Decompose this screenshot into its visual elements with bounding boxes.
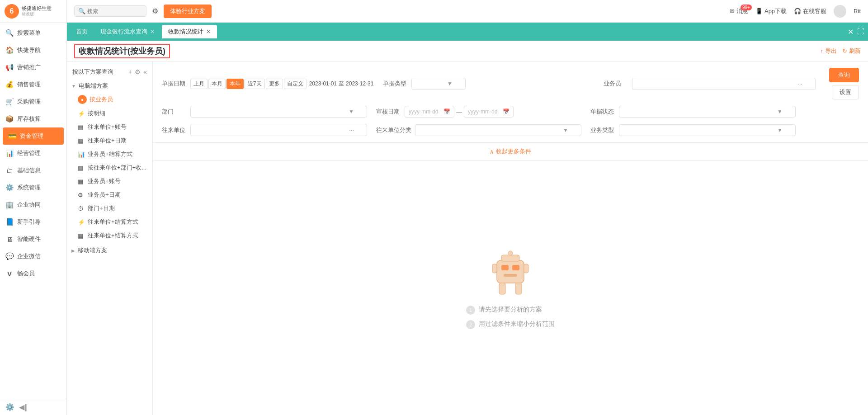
sidebar-item-search[interactable]: 🔍 搜索菜单 xyxy=(0,24,66,42)
business-type-select[interactable]: ▼ xyxy=(619,124,796,136)
scheme-item-partner-calc2[interactable]: ▦ 往来单位+结算方式 xyxy=(67,229,152,242)
tab-bank-flow[interactable]: 现金银行流水查询 ✕ xyxy=(94,25,161,38)
review-date-end-input[interactable]: yyyy-mm-dd 📅 xyxy=(464,106,514,118)
sidebar-item-beginner[interactable]: 📘 新手引导 xyxy=(0,213,66,231)
app-download-item[interactable]: 📱 App下载 xyxy=(755,7,787,15)
hardware-icon: 🖥 xyxy=(5,236,14,243)
sidebar-item-sales[interactable]: 💰 销售管理 xyxy=(0,76,66,93)
scheme-item-by-detail[interactable]: ⚡ 按明细 xyxy=(67,107,152,120)
scheme-item-salesperson-account[interactable]: ▦ 业务员+账号 xyxy=(67,174,152,188)
svg-rect-1 xyxy=(501,265,509,270)
salesperson-select[interactable]: ··· xyxy=(632,78,816,90)
scheme-add-icon[interactable]: + xyxy=(128,68,132,75)
status-select[interactable]: ▼ xyxy=(619,106,796,118)
scheme-item-icon: ▦ xyxy=(78,124,85,131)
sidebar-item-inventory[interactable]: 📦 库存核算 xyxy=(0,110,66,127)
trial-button[interactable]: 体验行业方案 xyxy=(164,5,212,18)
type-label: 单据类型 xyxy=(383,80,408,88)
header-left: 🔍 ⚙ 体验行业方案 xyxy=(74,5,212,18)
date-btn-more[interactable]: 更多 xyxy=(266,79,283,89)
beginner-icon: 📘 xyxy=(5,218,14,226)
refresh-icon: ↻ xyxy=(842,47,847,54)
enterprise-icon: 🏢 xyxy=(5,201,14,209)
date-btn-last7[interactable]: 近7天 xyxy=(245,79,265,89)
partner-select[interactable]: ··· xyxy=(190,124,367,136)
scheme-group-desktop-title[interactable]: ▼ 电脑端方案 xyxy=(67,80,152,92)
content-area: 按以下方案查询 + ⚙ « ▼ 电脑端方案 ● 按业务员 ⚡ xyxy=(67,61,868,415)
svg-point-9 xyxy=(508,251,513,255)
sidebar-logo: 6 畅捷通好生意 标准版 xyxy=(0,0,66,23)
scheme-item-label: 部门+日期 xyxy=(88,204,115,212)
tab-expand-icon[interactable]: ✕ xyxy=(848,28,854,36)
review-date-end-placeholder: yyyy-mm-dd xyxy=(468,108,497,115)
message-item[interactable]: ✉ 消息 99+ xyxy=(730,7,748,15)
sidebar-settings-icon[interactable]: ⚙️ xyxy=(5,403,14,411)
scheme-item-partner-dept[interactable]: ▦ 按往来单位+部门+收... xyxy=(67,161,152,174)
review-date-start-input[interactable]: yyyy-mm-dd 📅 xyxy=(405,106,454,118)
operations-icon: 📊 xyxy=(5,149,14,157)
scheme-settings-icon[interactable]: ⚙ xyxy=(135,68,141,75)
purchase-icon: 🛒 xyxy=(5,98,14,106)
avatar[interactable] xyxy=(834,5,846,18)
tab-receipt-stats[interactable]: 收款情况统计 ✕ xyxy=(162,25,217,38)
dept-select[interactable]: ▼ xyxy=(190,106,367,118)
setting-button[interactable]: 设置 xyxy=(832,85,859,99)
scheme-item-salesperson-calc[interactable]: 📊 业务员+结算方式 xyxy=(67,147,152,161)
sidebar-item-hardware[interactable]: 🖥 智能硬件 xyxy=(0,231,66,248)
message-badge: 99+ xyxy=(741,5,752,10)
tip-2: 2 用过滤条件来缩小分析范围 xyxy=(466,320,555,329)
support-icon: 🎧 xyxy=(794,8,801,14)
sidebar-item-member[interactable]: V 畅会员 xyxy=(0,265,66,282)
search-box[interactable]: 🔍 xyxy=(74,5,146,17)
tab-fullscreen-icon[interactable]: ⛶ xyxy=(857,28,864,36)
group-expand-arrow: ▼ xyxy=(71,84,76,89)
svg-rect-8 xyxy=(501,255,519,261)
date-control: 上月 本月 本年 近7天 更多 自定义 2023-01-01 至 2023-12… xyxy=(190,79,374,89)
partner-more-icon[interactable]: ··· xyxy=(349,127,354,133)
member-icon: V xyxy=(5,270,14,278)
sidebar-collapse-icon[interactable]: ◀‖ xyxy=(19,403,28,411)
date-btn-this-month[interactable]: 本月 xyxy=(208,79,226,89)
scheme-group-mobile-title[interactable]: ▶ 移动端方案 xyxy=(67,244,152,257)
sidebar-item-wechat[interactable]: 💬 企业微信 xyxy=(0,248,66,265)
date-btn-custom[interactable]: 自定义 xyxy=(284,79,307,89)
refresh-button[interactable]: ↻ 刷新 xyxy=(842,47,861,55)
collapse-text: 收起更多条件 xyxy=(496,147,531,156)
filter-actions: 查询 设置 xyxy=(829,68,859,99)
tab-close-bank-flow[interactable]: ✕ xyxy=(150,28,155,35)
settings-gear-icon[interactable]: ⚙ xyxy=(152,7,158,15)
scheme-item-partner-date[interactable]: ▦ 往来单位+日期 xyxy=(67,134,152,147)
filter-salesperson-item: 业务员 ··· xyxy=(604,78,816,90)
scheme-item-partner-calc1[interactable]: ⚡ 往来单位+结算方式 xyxy=(67,215,152,229)
scheme-item-label: 业务员+日期 xyxy=(88,191,121,199)
search-input[interactable] xyxy=(87,8,142,14)
scheme-group-mobile: ▶ 移动端方案 xyxy=(67,244,152,257)
tab-close-receipt[interactable]: ✕ xyxy=(206,28,211,35)
sidebar-item-sysmgmt[interactable]: ⚙️ 系统管理 xyxy=(0,179,66,196)
category-select[interactable]: ▼ xyxy=(415,124,581,136)
scheme-item-salesperson-date[interactable]: ⚙ 业务员+日期 xyxy=(67,188,152,202)
sales-icon: 💰 xyxy=(5,80,14,89)
sidebar-item-finance[interactable]: 💳 资金管理 xyxy=(3,127,64,145)
sidebar-item-purchase[interactable]: 🛒 采购管理 xyxy=(0,93,66,110)
date-btn-last-month[interactable]: 上月 xyxy=(190,79,208,89)
type-select[interactable]: ▼ xyxy=(411,78,466,90)
date-btn-this-year[interactable]: 本年 xyxy=(226,79,244,89)
export-button[interactable]: ↑ 导出 xyxy=(821,47,837,55)
export-icon: ↑ xyxy=(821,47,824,54)
scheme-item-partner-account[interactable]: ▦ 往来单位+账号 xyxy=(67,120,152,134)
sidebar-item-quicknav[interactable]: 🏠 快捷导航 xyxy=(0,42,66,59)
tab-home[interactable]: 首页 xyxy=(71,25,93,38)
sidebar-item-baseinfo[interactable]: 🗂 基础信息 xyxy=(0,162,66,179)
scheme-item-dept-date[interactable]: ⏱ 部门+日期 xyxy=(67,202,152,215)
sidebar-item-marketing[interactable]: 📢 营销推广 xyxy=(0,59,66,76)
online-support-item[interactable]: 🎧 在线客服 xyxy=(794,7,826,15)
scheme-item-by-salesperson[interactable]: ● 按业务员 xyxy=(67,92,152,107)
query-button[interactable]: 查询 xyxy=(829,68,859,82)
sidebar-item-operations[interactable]: 📊 经营管理 xyxy=(0,145,66,162)
salesperson-more-icon[interactable]: ··· xyxy=(797,80,802,87)
sidebar-item-enterprise[interactable]: 🏢 企业协同 xyxy=(0,196,66,213)
scheme-collapse-icon[interactable]: « xyxy=(143,68,147,75)
collapse-bar[interactable]: ∧ 收起更多条件 xyxy=(153,143,868,160)
date-end: 2023-12-31 xyxy=(346,80,373,87)
